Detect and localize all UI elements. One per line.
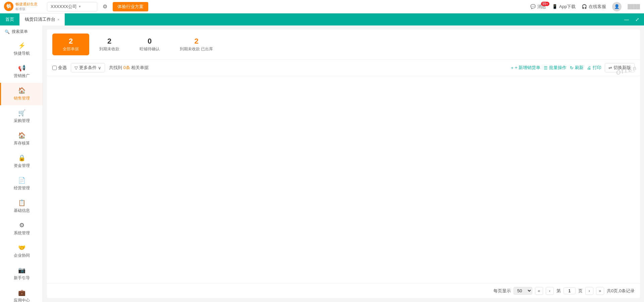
operations-icon: 📄 xyxy=(18,177,25,184)
finance-icon: 🔒 xyxy=(18,154,25,162)
last-page-icon: » xyxy=(599,288,601,293)
filter-button[interactable]: ▽ 更多条件 ∨ xyxy=(71,63,105,72)
sidebar-item-inventory[interactable]: 🏠 库存核算 xyxy=(0,128,43,150)
new-sales-button[interactable]: + + 新增销货单 xyxy=(511,65,540,71)
app-download-item[interactable]: 📱 App下载 xyxy=(552,4,576,10)
trial-button[interactable]: 体验行业方案 xyxy=(113,2,148,11)
switch-icon: ⇌ xyxy=(608,65,612,70)
sidebar-item-label: 销售管理 xyxy=(14,96,30,101)
search-icon: 🔍 xyxy=(5,29,10,34)
messages-item[interactable]: 💬 消息 99+ xyxy=(530,4,546,10)
download-icon: 📱 xyxy=(552,4,557,9)
all-label: 全部单据 xyxy=(63,46,79,52)
top-right-area: 💬 消息 99+ 📱 App下载 🎧 在线客服 👤 ████ xyxy=(530,2,640,11)
prev-page-button[interactable]: ‹ xyxy=(546,287,554,295)
found-count: 0条 xyxy=(123,65,130,70)
sidebar-item-cooperation[interactable]: 🤝 企业协同 xyxy=(0,240,43,262)
sidebar-item-label: 快捷导航 xyxy=(14,51,30,56)
main-layout: 🔍 搜索菜单 ⚡ 快捷导航 📢 营销推广 🏠 销售管理 🛒 采购管理 🏠 库存核… xyxy=(0,25,644,302)
cooperation-icon: 🤝 xyxy=(18,244,25,251)
summary-card-all[interactable]: 2 全部单据 xyxy=(52,34,89,55)
system-icon: ⚙ xyxy=(19,222,24,229)
basics-icon: 📋 xyxy=(18,199,25,206)
page-number-input[interactable] xyxy=(564,287,576,294)
print-button[interactable]: 🖨 打印 xyxy=(587,65,601,71)
sidebar-item-basics[interactable]: 📋 基础信息 xyxy=(0,195,43,218)
logo-icon: 畅 xyxy=(4,2,13,11)
summary-card-overdue[interactable]: 2 到期未收款 xyxy=(89,34,129,55)
active-tab[interactable]: 钱货日清工作台 × xyxy=(19,13,65,25)
summary-card-pending[interactable]: 0 旺铺待确认 xyxy=(129,34,170,55)
sidebar-item-label: 新手引导 xyxy=(14,275,30,281)
company-selector[interactable]: XXXXXX公司 ▾ xyxy=(47,2,97,11)
home-tab-label: 首页 xyxy=(5,16,14,22)
first-page-button[interactable]: « xyxy=(535,287,543,295)
sidebar-item-marketing[interactable]: 📢 营销推广 xyxy=(0,60,43,83)
per-page-label: 每页显示 xyxy=(493,288,511,294)
logo-sub: 标准版 xyxy=(15,7,38,11)
filter-label: 更多条件 xyxy=(79,65,97,71)
messages-badge: 99+ xyxy=(541,2,549,6)
print-icon: 🖨 xyxy=(587,65,591,70)
switch-label: 切换新版 xyxy=(613,65,631,71)
tab-close-icon[interactable]: × xyxy=(57,17,59,21)
pending-count: 0 xyxy=(148,37,152,46)
user-avatar[interactable]: 👤 xyxy=(612,2,622,11)
total-text: 共0页,0条记录 xyxy=(607,288,635,294)
prev-page-icon: ‹ xyxy=(549,288,550,293)
filter-arrow: ∨ xyxy=(98,65,101,70)
app-download-label: App下载 xyxy=(559,4,576,10)
nav-right-icons: — ⤢ xyxy=(623,15,644,23)
overdue-label: 到期未收款 xyxy=(99,46,119,52)
settings-button[interactable]: ⚙ xyxy=(100,2,110,12)
sidebar-item-label: 企业协同 xyxy=(14,253,30,258)
next-page-button[interactable]: › xyxy=(585,287,593,295)
company-dropdown-arrow: ▾ xyxy=(79,4,81,9)
sidebar-item-guide[interactable]: 📷 新手引导 xyxy=(0,262,43,285)
select-all-input[interactable] xyxy=(52,66,57,70)
gear-icon: ⚙ xyxy=(103,3,107,10)
print-label: 打印 xyxy=(593,65,601,71)
sidebar-search[interactable]: 🔍 搜索菜单 xyxy=(0,25,43,38)
table-area xyxy=(47,76,640,283)
first-page-icon: « xyxy=(538,288,540,293)
nav-minimize-icon[interactable]: — xyxy=(623,15,631,23)
sidebar-item-label: 经营管理 xyxy=(14,185,30,191)
sidebar-item-sales[interactable]: 🏠 销售管理 xyxy=(0,83,43,105)
pagination-bar: 每页显示 50 100 200 « ‹ 第 页 › xyxy=(47,283,640,298)
home-tab[interactable]: 首页 xyxy=(0,13,19,25)
sidebar: 🔍 搜索菜单 ⚡ 快捷导航 📢 营销推广 🏠 销售管理 🛒 采购管理 🏠 库存核… xyxy=(0,25,43,302)
page-label-first: 第 xyxy=(556,288,561,294)
quick-nav-icon: ⚡ xyxy=(18,42,25,49)
sidebar-item-system[interactable]: ⚙ 系统管理 xyxy=(0,218,43,240)
sidebar-item-quick-nav[interactable]: ⚡ 快捷导航 xyxy=(0,38,43,60)
per-page-select[interactable]: 50 100 200 xyxy=(514,287,532,295)
sidebar-item-operations[interactable]: 📄 经营管理 xyxy=(0,173,43,195)
last-page-button[interactable]: » xyxy=(596,287,604,295)
summary-card-outbound[interactable]: 2 到期未收款 已出库 xyxy=(170,34,223,55)
batch-label: 批量操作 xyxy=(549,65,567,71)
switch-version-button[interactable]: ⇌ 切换新版 xyxy=(605,63,635,72)
search-menu-label: 搜索菜单 xyxy=(12,29,28,35)
sidebar-item-purchase[interactable]: 🛒 采购管理 xyxy=(0,105,43,128)
batch-operation-button[interactable]: ☰ 批量操作 xyxy=(544,65,567,71)
select-all-checkbox[interactable]: 全选 xyxy=(52,65,67,71)
sidebar-item-appstore[interactable]: 💼 应用中心 xyxy=(0,285,43,302)
summary-cards: 2 全部单据 2 到期未收款 0 旺铺待确认 2 到期未收款 已出库 xyxy=(47,29,640,60)
found-suffix: 相关单据 xyxy=(131,65,149,70)
outbound-label: 到期未收款 已出库 xyxy=(180,46,213,52)
online-service-item[interactable]: 🎧 在线客服 xyxy=(582,4,606,10)
nav-maximize-icon[interactable]: ⤢ xyxy=(633,15,641,23)
avatar-icon: 👤 xyxy=(614,4,620,9)
sidebar-item-label: 营销推广 xyxy=(14,73,30,79)
refresh-button[interactable]: ↻ 刷新 xyxy=(570,65,584,71)
outbound-count: 2 xyxy=(195,37,199,46)
sidebar-item-label: 资金管理 xyxy=(14,163,30,169)
toolbar-right: + + 新增销货单 ☰ 批量操作 ↻ 刷新 🖨 打印 xyxy=(511,63,635,72)
sidebar-item-finance[interactable]: 🔒 资金管理 xyxy=(0,150,43,173)
logo-area: 畅 畅捷通好生意 标准版 xyxy=(4,2,47,11)
user-name-area[interactable]: ████ xyxy=(628,4,640,9)
sidebar-item-label: 应用中心 xyxy=(14,298,30,302)
content-inner: 2 全部单据 2 到期未收款 0 旺铺待确认 2 到期未收款 已出库 xyxy=(47,29,640,298)
new-sales-label: + 新增销货单 xyxy=(515,65,540,71)
